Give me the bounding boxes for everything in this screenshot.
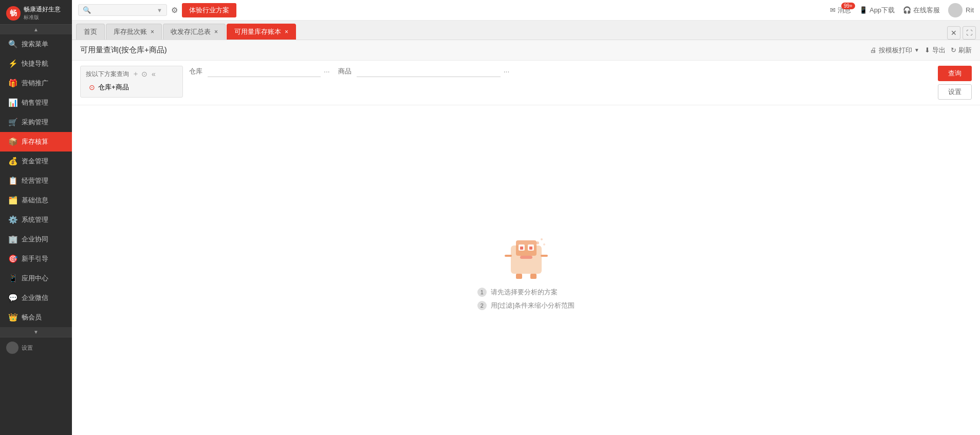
print-btn[interactable]: 🖨 按模板打印 ▼ (870, 46, 919, 55)
warehouse-more-btn[interactable]: ··· (324, 67, 330, 75)
query-btn[interactable]: 查询 (938, 66, 972, 81)
empty-state: 1 请先选择要分析的方案 2 用[过滤]条件来缩小分析范围 (72, 105, 980, 435)
topbar-right: ✉ 消息 99+ 📱 App下载 🎧 在线客服 Rit (830, 3, 974, 17)
sidebar-logo: 畅 畅康通好生意 标准版 (6, 5, 66, 21)
message-badge: 99+ (841, 3, 855, 9)
sidebar-item-label-marketing: 营销推广 (22, 79, 48, 88)
sidebar-item-system[interactable]: ⚙️ 系统管理 (0, 210, 72, 230)
export-btn[interactable]: ⬇ 导出 (924, 46, 946, 55)
topbar-message[interactable]: ✉ 消息 99+ (830, 6, 851, 15)
content-area: 可用量查询(按仓库+商品) 🖨 按模板打印 ▼ ⬇ 导出 ↻ 刷新 (72, 40, 980, 435)
sidebar-item-purchase[interactable]: 🛒 采购管理 (0, 112, 72, 132)
topbar-search-input[interactable] (93, 7, 155, 14)
sidebar-item-label-quick-nav: 快捷导航 (22, 59, 48, 68)
warehouse-label: 仓库 (189, 67, 205, 76)
warehouse-input[interactable] (208, 66, 321, 77)
hint-num-2: 2 (477, 301, 487, 310)
empty-hint-1: 1 请先选择要分析的方案 (477, 288, 575, 297)
tabs-expand-btn[interactable]: ⛶ (963, 26, 976, 40)
settings-btn[interactable]: 设置 (938, 84, 972, 100)
svg-point-13 (543, 243, 545, 245)
warehouse-filter-field: 仓库 ··· (189, 66, 330, 77)
tab-close-available-ledger[interactable]: × (285, 28, 288, 35)
filter-area: 按以下方案查询 ＋ ⊙ « ⊙ 仓库+商品 仓库 ··· (72, 61, 980, 105)
filter-fields: 仓库 ··· 商品 ··· (189, 66, 932, 77)
refresh-icon: ↻ (951, 46, 956, 54)
topbar-online-service[interactable]: 🎧 在线客服 (903, 6, 940, 15)
tab-batch-ledger[interactable]: 库存批次账× (106, 24, 162, 40)
tab-home[interactable]: 首页 (76, 24, 105, 40)
export-icon: ⬇ (924, 46, 930, 54)
scheme-item-warehouse-goods[interactable]: ⊙ 仓库+商品 (86, 81, 177, 94)
sidebar-item-icon-basic-info: 🗂️ (8, 196, 17, 205)
sidebar-item-search[interactable]: 🔍 搜索菜单 (0, 34, 72, 54)
tab-label-receipt-summary: 收发存汇总表 (171, 27, 211, 36)
sidebar-item-operations[interactable]: 📋 经营管理 (0, 171, 72, 191)
goods-input[interactable] (357, 66, 501, 77)
page-title: 可用量查询(按仓库+商品) (80, 45, 167, 55)
sidebar-item-sales[interactable]: 📊 销售管理 (0, 93, 72, 112)
user-name: Rit (966, 6, 974, 14)
topbar-gear-icon[interactable]: ⚙ (171, 6, 178, 15)
sidebar-item-guide[interactable]: 🎯 新手引导 (0, 249, 72, 269)
experience-btn[interactable]: 体验行业方案 (182, 3, 236, 17)
tab-close-batch-ledger[interactable]: × (151, 28, 154, 35)
sidebar-header: 畅 畅康通好生意 标准版 (0, 0, 72, 25)
print-label: 按模板打印 (879, 46, 912, 55)
hint-num-1: 1 (477, 288, 487, 297)
goods-label: 商品 (338, 67, 354, 76)
sidebar-item-icon-system: ⚙️ (8, 215, 17, 224)
scheme-collapse-btn[interactable]: « (152, 70, 156, 78)
print-icon: 🖨 (870, 46, 877, 54)
scheme-settings-btn[interactable]: ⊙ (141, 70, 147, 78)
sidebar-item-label-member: 畅会员 (22, 313, 42, 322)
hint-text-2: 用[过滤]条件来缩小分析范围 (491, 301, 575, 310)
sidebar-item-icon-member: 👑 (8, 313, 17, 322)
tab-available-ledger[interactable]: 可用量库存账本× (227, 24, 296, 40)
sidebar-item-icon-operations: 📋 (8, 176, 17, 185)
empty-hint-2: 2 用[过滤]条件来缩小分析范围 (477, 301, 575, 310)
sidebar-item-icon-inventory: 📦 (8, 137, 17, 146)
sidebar-logo-text: 畅康通好生意 标准版 (24, 5, 61, 21)
sidebar-item-app-center[interactable]: 📱 应用中心 (0, 269, 72, 288)
sidebar-scroll-down[interactable]: ▼ (0, 327, 72, 337)
sidebar-scroll-up[interactable]: ▲ (0, 25, 72, 34)
sidebar-item-inventory[interactable]: 📦 库存核算 (0, 132, 72, 152)
tab-close-receipt-summary[interactable]: × (214, 28, 218, 35)
sidebar-footer: 设置 (0, 337, 72, 358)
svg-rect-10 (530, 274, 537, 279)
sidebar-item-icon-search: 🔍 (8, 40, 17, 49)
sidebar-item-icon-app-center: 📱 (8, 274, 17, 283)
scheme-add-btn[interactable]: ＋ (132, 69, 139, 79)
topbar-chevron-icon[interactable]: ▼ (157, 7, 162, 13)
tab-receipt-summary[interactable]: 收发存汇总表× (163, 24, 226, 40)
refresh-btn[interactable]: ↻ 刷新 (951, 46, 972, 55)
svg-rect-6 (520, 256, 532, 259)
topbar-app-download[interactable]: 📱 App下载 (859, 6, 895, 15)
print-chevron-icon: ▼ (914, 47, 919, 53)
svg-point-11 (536, 241, 539, 244)
sidebar-item-label-wechat: 企业微信 (22, 293, 48, 302)
topbar-user[interactable]: Rit (948, 3, 974, 17)
sidebar-item-basic-info[interactable]: 🗂️ 基础信息 (0, 191, 72, 210)
sidebar-item-label-guide: 新手引导 (22, 254, 48, 263)
tab-label-batch-ledger: 库存批次账 (114, 27, 147, 36)
filter-scheme-actions: ＋ ⊙ « (132, 69, 156, 79)
sidebar-item-wechat[interactable]: 💬 企业微信 (0, 288, 72, 308)
sidebar-item-label-inventory: 库存核算 (22, 137, 48, 146)
sidebar-item-member[interactable]: 👑 畅会员 (0, 308, 72, 327)
sidebar-item-quick-nav[interactable]: ⚡ 快捷导航 (0, 54, 72, 73)
sidebar-item-finance[interactable]: 💰 资金管理 (0, 152, 72, 171)
page-header: 可用量查询(按仓库+商品) 🖨 按模板打印 ▼ ⬇ 导出 ↻ 刷新 (72, 40, 980, 61)
sidebar-item-label-sales: 销售管理 (22, 98, 48, 107)
export-label: 导出 (932, 46, 946, 55)
goods-filter-field: 商品 ··· (338, 66, 510, 77)
sidebar-item-label-basic-info: 基础信息 (22, 196, 48, 205)
sidebar-item-icon-quick-nav: ⚡ (8, 59, 17, 68)
page-actions: 🖨 按模板打印 ▼ ⬇ 导出 ↻ 刷新 (870, 46, 972, 55)
sidebar-item-enterprise[interactable]: 🏢 企业协同 (0, 230, 72, 249)
goods-more-btn[interactable]: ··· (504, 67, 510, 75)
main-content: 🔍 ▼ ⚙ 体验行业方案 ✉ 消息 99+ 📱 App下载 🎧 在线客服 Rit (72, 0, 980, 435)
tabs-close-all-btn[interactable]: ✕ (947, 26, 960, 40)
sidebar-item-marketing[interactable]: 🎁 营销推广 (0, 73, 72, 93)
